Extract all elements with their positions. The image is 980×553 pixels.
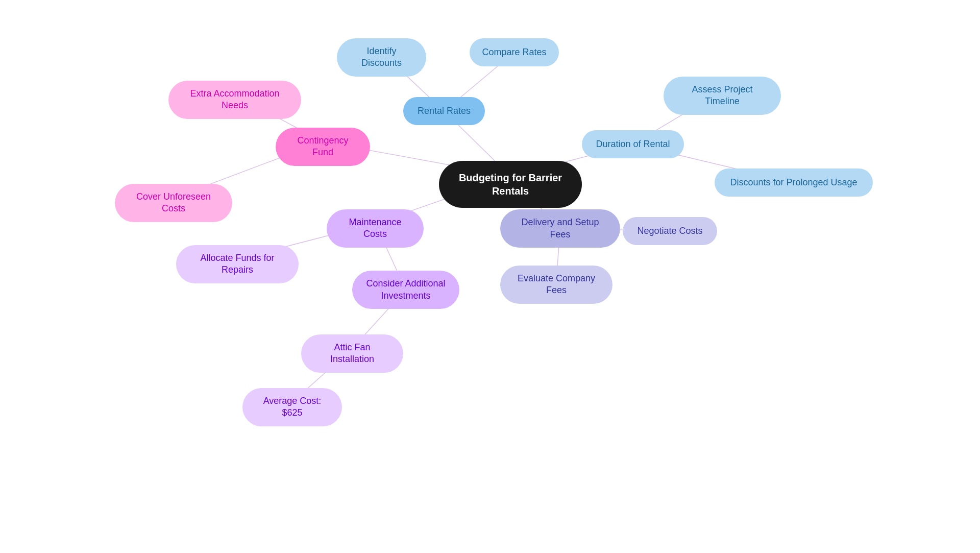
delivery-setup-node: Delivery and Setup Fees bbox=[500, 209, 620, 248]
average-cost-node: Average Cost: $625 bbox=[242, 388, 342, 426]
rental-rates-node: Rental Rates bbox=[403, 97, 485, 125]
compare-rates-node: Compare Rates bbox=[470, 38, 559, 66]
connections-svg bbox=[0, 0, 980, 553]
consider-additional-node: Consider Additional Investments bbox=[352, 271, 459, 309]
cover-unforeseen-node: Cover Unforeseen Costs bbox=[115, 184, 232, 222]
evaluate-company-node: Evaluate Company Fees bbox=[500, 266, 612, 304]
contingency-fund-node: Contingency Fund bbox=[276, 128, 370, 166]
center-node: Budgeting for Barrier Rentals bbox=[439, 161, 582, 208]
duration-rental-node: Duration of Rental bbox=[582, 130, 684, 158]
negotiate-costs-node: Negotiate Costs bbox=[623, 217, 717, 245]
mindmap-container: Budgeting for Barrier RentalsRental Rate… bbox=[0, 0, 980, 553]
allocate-funds-node: Allocate Funds for Repairs bbox=[176, 245, 299, 283]
extra-accommodation-node: Extra Accommodation Needs bbox=[168, 81, 301, 119]
assess-project-node: Assess Project Timeline bbox=[664, 77, 781, 115]
attic-fan-node: Attic Fan Installation bbox=[301, 334, 403, 373]
identify-discounts-node: Identify Discounts bbox=[337, 38, 426, 77]
discounts-prolonged-node: Discounts for Prolonged Usage bbox=[715, 169, 873, 197]
maintenance-costs-node: Maintenance Costs bbox=[327, 209, 424, 248]
